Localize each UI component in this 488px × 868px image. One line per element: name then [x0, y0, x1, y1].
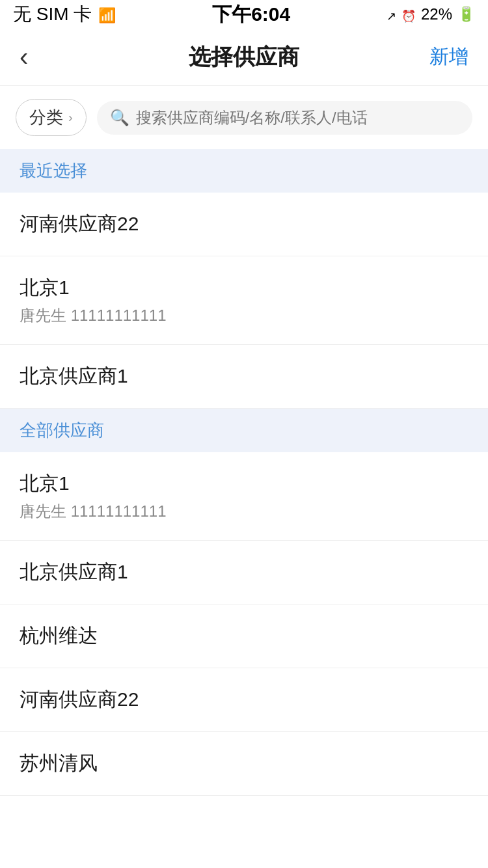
back-button[interactable]: ‹ [20, 42, 59, 72]
status-right: 22% 🔋 [386, 5, 475, 25]
item-sub: 唐先生 11111111111 [20, 305, 468, 326]
list-item[interactable]: 北京1唐先生 11111111111 [0, 452, 488, 541]
category-filter[interactable]: 分类 › [16, 99, 87, 136]
list-item[interactable]: 河南供应商22 [0, 668, 488, 732]
item-name: 河南供应商22 [20, 211, 468, 237]
wifi-icon [98, 4, 116, 25]
battery-icon: 🔋 [457, 6, 475, 23]
new-button[interactable]: 新增 [429, 44, 468, 70]
search-box[interactable]: 🔍 [97, 101, 472, 135]
battery-text: 22% [421, 5, 452, 23]
item-name: 苏州清风 [20, 750, 468, 777]
status-left: 无 SIM 卡 [13, 2, 116, 27]
location-icon [386, 5, 396, 25]
chevron-right-icon: › [68, 110, 73, 125]
list-item[interactable]: 北京供应商1 [0, 345, 488, 409]
item-name: 北京供应商1 [20, 363, 468, 390]
status-bar: 无 SIM 卡 下午6:04 22% 🔋 [0, 0, 488, 29]
item-name: 北京供应商1 [20, 559, 468, 586]
alarm-icon [401, 5, 416, 25]
search-icon: 🔍 [110, 109, 129, 127]
page-title: 选择供应商 [189, 42, 299, 72]
item-name: 河南供应商22 [20, 686, 468, 713]
list-item[interactable]: 河南供应商22 [0, 193, 488, 256]
category-label: 分类 [29, 106, 63, 129]
item-sub: 唐先生 11111111111 [20, 501, 468, 522]
search-input[interactable] [136, 109, 459, 127]
section-header-recent: 最近选择 [0, 149, 488, 193]
status-time: 下午6:04 [212, 1, 290, 28]
item-name: 北京1 [20, 275, 468, 301]
no-sim-text: 无 SIM 卡 [13, 2, 92, 27]
item-name: 北京1 [20, 470, 468, 497]
item-name: 杭州维达 [20, 623, 468, 649]
section-header-all: 全部供应商 [0, 409, 488, 452]
nav-bar: ‹ 选择供应商 新增 [0, 29, 488, 86]
filter-bar: 分类 › 🔍 [0, 86, 488, 149]
list-item[interactable]: 苏州清风 [0, 732, 488, 796]
list-item[interactable]: 北京供应商1 [0, 541, 488, 604]
sections-container: 最近选择河南供应商22北京1唐先生 11111111111北京供应商1全部供应商… [0, 149, 488, 796]
list-item[interactable]: 杭州维达 [0, 604, 488, 668]
list-item[interactable]: 北京1唐先生 11111111111 [0, 256, 488, 345]
